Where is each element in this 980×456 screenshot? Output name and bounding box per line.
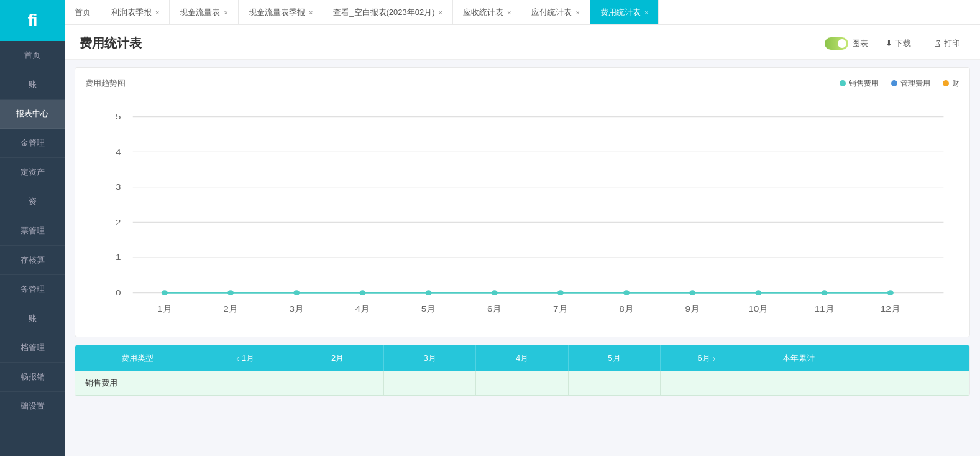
svg-text:2: 2 bbox=[116, 218, 121, 227]
sidebar-item-expense[interactable]: 畅报销 bbox=[0, 363, 65, 392]
cell-m5 bbox=[569, 371, 661, 395]
next-arrow-icon[interactable]: › bbox=[713, 353, 716, 363]
sidebar-item-ledger[interactable]: 账 bbox=[0, 70, 65, 100]
sidebar-item-service[interactable]: 务管理 bbox=[0, 275, 65, 304]
col-month-5: 5月 bbox=[569, 345, 661, 371]
svg-text:3: 3 bbox=[116, 182, 121, 192]
svg-text:12月: 12月 bbox=[881, 304, 900, 314]
chart-title: 费用趋势图 bbox=[85, 78, 126, 89]
svg-point-14 bbox=[293, 290, 300, 295]
data-table: 费用类型 ‹ 1月 2月 3月 4月 5月 bbox=[75, 345, 970, 396]
col-month-4: 4月 bbox=[476, 345, 568, 371]
main-area: 首页 利润表季报 × 现金流量表 × 现金流量表季报 × 查看_空白报表(202… bbox=[65, 0, 980, 456]
chart-svg: 5 4 3 2 1 0 bbox=[85, 96, 959, 327]
tab-receivable[interactable]: 应收统计表 × bbox=[453, 0, 521, 24]
table-header-row: 费用类型 ‹ 1月 2月 3月 4月 5月 bbox=[75, 345, 969, 371]
tab-close-cashflow[interactable]: × bbox=[224, 9, 227, 16]
svg-point-18 bbox=[557, 290, 564, 295]
sidebar-item-archive[interactable]: 档管理 bbox=[0, 333, 65, 363]
svg-text:1: 1 bbox=[116, 253, 121, 262]
svg-point-23 bbox=[887, 290, 894, 295]
svg-text:2月: 2月 bbox=[223, 304, 238, 314]
col-ytd: 本年累计 bbox=[753, 345, 845, 371]
cell-m2 bbox=[291, 371, 383, 395]
svg-text:6月: 6月 bbox=[487, 304, 502, 314]
col-month-2: 2月 bbox=[291, 345, 383, 371]
svg-point-12 bbox=[162, 290, 168, 295]
cell-ytd bbox=[753, 371, 845, 395]
svg-text:4: 4 bbox=[116, 147, 121, 157]
header-actions: 图表 ⬇ 下载 🖨 打印 bbox=[825, 35, 965, 52]
page-header: 费用统计表 图表 ⬇ 下载 🖨 打印 bbox=[65, 25, 980, 60]
sidebar-item-inventory[interactable]: 存核算 bbox=[0, 246, 65, 275]
svg-point-19 bbox=[623, 290, 630, 295]
svg-text:10月: 10月 bbox=[748, 304, 768, 314]
svg-text:9月: 9月 bbox=[685, 304, 700, 314]
sidebar: fi 首页 账 报表中心 金管理 定资产 资 票管理 存核算 务管理 账 档管理… bbox=[0, 0, 65, 456]
svg-text:3月: 3月 bbox=[289, 304, 304, 314]
svg-point-20 bbox=[689, 290, 695, 295]
sidebar-item-cash[interactable]: 金管理 bbox=[0, 129, 65, 158]
col-month-6-nav[interactable]: 6月 › bbox=[661, 345, 753, 371]
col-type: 费用类型 bbox=[75, 345, 199, 371]
svg-text:11月: 11月 bbox=[814, 304, 834, 314]
svg-point-15 bbox=[359, 290, 365, 295]
sidebar-item-assets[interactable]: 定资产 bbox=[0, 158, 65, 187]
sidebar-item-settings[interactable]: 础设置 bbox=[0, 392, 65, 421]
tab-blank-report[interactable]: 查看_空白报表(2023年02月) × bbox=[323, 0, 453, 24]
chart-toggle-switch[interactable] bbox=[825, 37, 848, 50]
tab-close-payable[interactable]: × bbox=[575, 9, 579, 16]
legend-dot-finance bbox=[943, 80, 949, 86]
tab-home[interactable]: 首页 bbox=[65, 0, 101, 24]
svg-point-22 bbox=[821, 290, 827, 295]
prev-arrow-icon[interactable]: ‹ bbox=[236, 353, 239, 363]
svg-text:7月: 7月 bbox=[553, 304, 568, 314]
svg-text:1月: 1月 bbox=[157, 304, 172, 314]
cell-type: 销售费用 bbox=[75, 371, 199, 395]
content-area: 费用统计表 图表 ⬇ 下载 🖨 打印 费用趋势图 bbox=[65, 25, 980, 456]
sidebar-item-reports[interactable]: 报表中心 bbox=[0, 100, 65, 129]
col-month-3: 3月 bbox=[384, 345, 476, 371]
tab-close-receivable[interactable]: × bbox=[507, 9, 511, 16]
svg-point-13 bbox=[227, 290, 234, 295]
tab-close-profit-quarterly[interactable]: × bbox=[155, 9, 159, 16]
svg-point-17 bbox=[492, 290, 498, 295]
tab-cashflow-quarterly[interactable]: 现金流量表季报 × bbox=[239, 0, 323, 24]
tab-close-cashflow-quarterly[interactable]: × bbox=[309, 9, 313, 16]
chart-section: 费用趋势图 销售费用 管理费用 财 bbox=[75, 67, 970, 337]
legend-dot-sales bbox=[840, 80, 846, 86]
chart-toggle-label[interactable]: 图表 bbox=[825, 37, 868, 50]
tab-close-blank-report[interactable]: × bbox=[439, 9, 442, 16]
col-nav-prev[interactable]: ‹ 1月 bbox=[199, 345, 291, 371]
legend-dot-management bbox=[891, 80, 897, 86]
download-icon: ⬇ bbox=[886, 39, 892, 48]
download-button[interactable]: ⬇ 下载 bbox=[881, 35, 916, 52]
chart-header: 费用趋势图 销售费用 管理费用 财 bbox=[85, 78, 959, 89]
page-title: 费用统计表 bbox=[80, 35, 142, 52]
tab-close-expense-stats[interactable]: × bbox=[644, 9, 648, 16]
cell-m3 bbox=[384, 371, 476, 395]
sidebar-item-account[interactable]: 账 bbox=[0, 304, 65, 333]
svg-point-16 bbox=[425, 290, 431, 295]
tab-payable[interactable]: 应付统计表 × bbox=[521, 0, 590, 24]
print-icon: 🖨 bbox=[933, 39, 941, 48]
legend-sales: 销售费用 bbox=[840, 78, 879, 89]
svg-text:5: 5 bbox=[116, 112, 121, 121]
line-chart: 5 4 3 2 1 0 bbox=[85, 96, 959, 327]
tab-expense-stats[interactable]: 费用统计表 × bbox=[590, 0, 659, 24]
app-logo: fi bbox=[0, 0, 65, 41]
sidebar-item-invoice[interactable]: 票管理 bbox=[0, 216, 65, 246]
sidebar-item-home[interactable]: 首页 bbox=[0, 41, 65, 70]
legend-management: 管理费用 bbox=[891, 78, 930, 89]
chart-legend: 销售费用 管理费用 财 bbox=[840, 78, 959, 89]
print-button[interactable]: 🖨 打印 bbox=[928, 35, 965, 52]
sidebar-item-salary[interactable]: 资 bbox=[0, 187, 65, 216]
tab-cashflow[interactable]: 现金流量表 × bbox=[170, 0, 238, 24]
svg-text:0: 0 bbox=[116, 288, 121, 297]
svg-text:5月: 5月 bbox=[421, 304, 436, 314]
svg-point-21 bbox=[755, 290, 761, 295]
tab-bar: 首页 利润表季报 × 现金流量表 × 现金流量表季报 × 查看_空白报表(202… bbox=[65, 0, 980, 25]
tab-profit-quarterly[interactable]: 利润表季报 × bbox=[101, 0, 170, 24]
cell-m1 bbox=[199, 371, 291, 395]
cell-m4 bbox=[476, 371, 568, 395]
